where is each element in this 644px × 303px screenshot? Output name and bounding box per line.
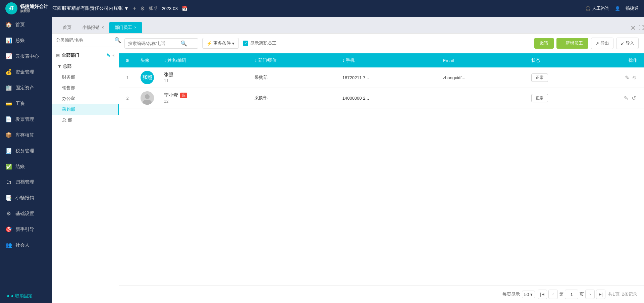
tab-expense[interactable]: 小畅报销 × — [77, 22, 109, 33]
close-account-icon: ✅ — [5, 163, 12, 170]
sidebar-item-close[interactable]: ✅ 结账 — [0, 159, 52, 174]
employee-list: 1 张照 张照 11 采购部 — [119, 67, 644, 108]
next-page-btn[interactable]: › — [585, 290, 595, 299]
period-value[interactable]: 2023-03 — [162, 6, 178, 11]
col-name[interactable]: ↕ 姓名/编码 — [159, 53, 250, 67]
pagination: 每页显示 50 ▾ |◄ ‹ 第 页 › ►| — [119, 285, 644, 303]
page-size-value: 50 — [524, 292, 529, 297]
company-name[interactable]: 江西服宝精品有限责任公司内账张 ▼ — [52, 5, 129, 11]
dept-collapse-icon[interactable]: « — [112, 53, 115, 58]
import-btn[interactable]: ↙ 导入 — [616, 38, 639, 49]
sidebar-label-salary: 工资 — [15, 101, 25, 107]
page-number-input[interactable] — [565, 290, 578, 299]
sidebar-label-reports: 云报表中心 — [15, 53, 39, 59]
close-window-btn[interactable]: ✕ — [630, 24, 636, 32]
edit-icon-1[interactable]: ✎ — [625, 74, 629, 81]
sidebar-item-archive[interactable]: 🗂 归档管理 — [0, 174, 52, 190]
main-panel: 🔍 ⊞ 全部部门 ✎ « ▼ 总部 财务部 — [52, 34, 644, 303]
archive-icon: 🗂 — [5, 179, 12, 185]
delete-icon-2[interactable]: ↺ — [632, 95, 636, 101]
col-settings[interactable]: ⚙ — [119, 53, 136, 67]
employee-code-2: 12 — [164, 99, 245, 104]
name-code-2: 宁小壹 应 12 — [164, 92, 245, 104]
maximize-btn[interactable]: ⛶ — [639, 25, 644, 31]
dept-item-sales[interactable]: 销售部 — [52, 83, 119, 93]
sidebar-item-salary[interactable]: 💳 工资 — [0, 96, 52, 111]
guide-icon: 🎯 — [5, 226, 12, 233]
page-size-dropdown[interactable]: 50 ▾ — [522, 291, 535, 298]
edit-icon-2[interactable]: ✎ — [624, 95, 628, 101]
dept-search-input[interactable] — [56, 38, 112, 43]
last-page-btn[interactable]: ►| — [596, 290, 605, 299]
employee-name-2: 宁小壹 — [164, 92, 178, 98]
dept-item-finance[interactable]: 财务部 — [52, 72, 119, 83]
invite-btn[interactable]: 邀请 — [534, 38, 554, 49]
sidebar-item-social[interactable]: 👥 社会人 — [0, 237, 52, 253]
prev-page-btn[interactable]: ‹ — [548, 290, 558, 299]
page-prefix: 第 — [559, 291, 564, 297]
logo-text: 畅捷通好会计 旗舰版 — [20, 4, 48, 13]
first-page-btn[interactable]: |◄ — [538, 290, 547, 299]
sidebar-label-invoice: 发票管理 — [15, 116, 34, 122]
sidebar-item-guide[interactable]: 🎯 新手引导 — [0, 221, 52, 237]
sidebar-label-assets: 固定资产 — [15, 85, 34, 91]
col-phone[interactable]: ↕ 手机 — [338, 53, 438, 67]
ledger-icon: 📊 — [5, 37, 12, 44]
sidebar-item-expense[interactable]: 📑 小畅报销 — [0, 190, 52, 206]
tab-dept[interactable]: 部门员工 × — [109, 22, 142, 33]
all-dept-item[interactable]: ⊞ 全部部门 ✎ « — [52, 50, 119, 61]
sidebar-item-assets[interactable]: 🏢 固定资产 — [0, 80, 52, 96]
logout-icon-1[interactable]: ⎋ — [633, 74, 636, 81]
user-name[interactable]: 畅捷通 — [626, 5, 639, 11]
employee-table-container: ⚙ 头像 ↕ 姓名/编码 ↕ 部门/职位 ↕ 手机 Email 状态 操作 — [119, 53, 644, 285]
app-name: 畅捷通好会计 — [20, 4, 48, 9]
row-name-dept-1: 张照 11 — [159, 67, 250, 88]
svg-point-1 — [145, 94, 150, 99]
tab-dept-close[interactable]: × — [134, 25, 137, 30]
cancel-pin-btn[interactable]: ◄◄ 取消固定 — [0, 289, 52, 303]
emp-search-input[interactable] — [128, 41, 178, 46]
sidebar-item-home[interactable]: 🏠 首页 — [0, 17, 52, 33]
row-actions-1: ✎ ⎋ — [594, 67, 644, 88]
support-btn[interactable]: 🎧 人工咨询 — [585, 5, 609, 11]
row-phone-1: 18720211 7... — [338, 67, 438, 88]
dept-item-purchase[interactable]: 采购部 — [52, 104, 119, 115]
col-dept[interactable]: ↕ 部门/职位 — [250, 53, 337, 67]
sidebar-item-settings[interactable]: ⚙ 基础设置 — [0, 206, 52, 221]
row-status-2: 正常 — [527, 88, 594, 108]
sidebar-item-ledger[interactable]: 📊 总账 — [0, 33, 52, 48]
headset-icon: 🎧 — [585, 6, 591, 11]
col-email: Email — [438, 53, 527, 67]
export-btn[interactable]: ↗ 导出 — [591, 38, 613, 49]
name-code-1: 张照 11 — [164, 72, 245, 83]
topbar-center: 江西服宝精品有限责任公司内账张 ▼ + ⚙ 账期 2023-03 📅 — [52, 5, 585, 12]
filter-btn[interactable]: ⚡ 更多条件 ▾ — [202, 38, 239, 49]
tab-expense-close[interactable]: × — [102, 25, 104, 30]
page-size-select: 每页显示 50 ▾ — [502, 291, 535, 298]
sidebar-label-settings: 基础设置 — [15, 211, 34, 217]
emp-search-icon[interactable]: 🔍 — [180, 40, 187, 47]
dept-edit-icon[interactable]: ✎ — [106, 53, 110, 58]
show-resigned-checkbox[interactable]: ✓ — [243, 41, 248, 46]
dept-item-office[interactable]: 办公室 — [52, 93, 119, 104]
dept-search-box: 🔍 — [52, 34, 119, 47]
add-employee-btn[interactable]: + 新增员工 — [556, 38, 588, 49]
calendar-icon[interactable]: 📅 — [182, 6, 187, 11]
sidebar-item-reports[interactable]: 📈 云报表中心 — [0, 48, 52, 64]
show-resigned-toggle[interactable]: ✓ 显示离职员工 — [243, 40, 276, 46]
tab-bar: 首页 小畅报销 × 部门员工 × ✕ ⛶ — [52, 17, 644, 34]
avatar-circle-1: 张照 — [141, 71, 154, 84]
name-badge-2: 宁小壹 应 — [164, 92, 245, 98]
settings-icon[interactable]: ⚙ — [140, 5, 145, 12]
sidebar-item-inventory[interactable]: 📦 库存核算 — [0, 127, 52, 143]
sidebar-item-tax[interactable]: 🧾 税务管理 — [0, 143, 52, 159]
dept-item-zongbu-parent[interactable]: ▼ 总部 — [52, 61, 119, 72]
import-icon: ↙ — [621, 41, 624, 46]
dept-item-hq[interactable]: 总 部 — [52, 115, 119, 125]
sidebar-item-funds[interactable]: 💰 资金管理 — [0, 64, 52, 80]
tab-home[interactable]: 首页 — [57, 22, 77, 33]
sidebar-item-invoice[interactable]: 📄 发票管理 — [0, 111, 52, 127]
show-resigned-label: 显示离职员工 — [250, 40, 276, 46]
reports-icon: 📈 — [5, 53, 12, 59]
add-company-btn[interactable]: + — [133, 5, 137, 12]
